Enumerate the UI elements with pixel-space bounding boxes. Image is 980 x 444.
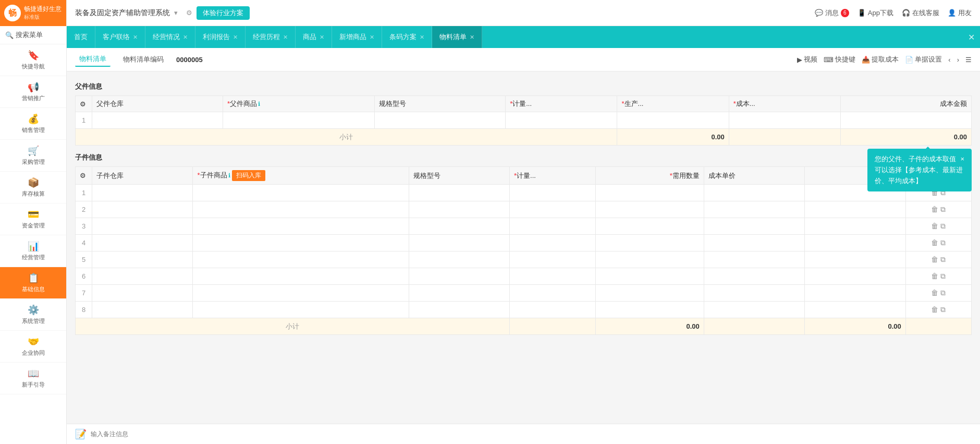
child-cell-unit-7[interactable]: [510, 285, 596, 302]
copy-icon-8[interactable]: ⧉: [940, 305, 946, 314]
child-cell-unitcost-2[interactable]: [704, 201, 804, 218]
sidebar-item-finance[interactable]: 💳 资金管理: [0, 203, 66, 235]
tab-barcode-close[interactable]: ✕: [420, 34, 424, 41]
child-cell-spec-7[interactable]: [409, 285, 509, 302]
child-cell-amount-3[interactable]: [805, 218, 905, 235]
child-cell-amount-2[interactable]: [805, 201, 905, 218]
sidebar-item-guide[interactable]: 📖 新手引导: [0, 363, 66, 394]
tab-barcode[interactable]: 条码方案 ✕: [382, 26, 432, 48]
child-cell-spec-3[interactable]: [409, 218, 509, 235]
note-input[interactable]: [91, 430, 972, 438]
tab-product[interactable]: 商品 ✕: [296, 26, 332, 48]
child-cell-qty-7[interactable]: [596, 285, 704, 302]
tab-history[interactable]: 经营历程 ✕: [246, 26, 296, 48]
sidebar-item-purchase[interactable]: 🛒 采购管理: [0, 140, 66, 172]
child-cell-unit-2[interactable]: [510, 201, 596, 218]
parent-cell-unit[interactable]: [506, 112, 617, 129]
app-download-button[interactable]: 📱 App下载: [858, 8, 893, 18]
child-cell-warehouse-3[interactable]: [92, 218, 193, 235]
grid-view-button[interactable]: ☰: [965, 56, 972, 64]
child-cell-qty-2[interactable]: [596, 201, 704, 218]
sidebar-item-marketing[interactable]: 📢 营销推广: [0, 76, 66, 108]
delete-icon-3[interactable]: 🗑: [931, 222, 938, 231]
child-cell-warehouse-1[interactable]: [92, 185, 193, 201]
sidebar-item-system[interactable]: ⚙️ 系统管理: [0, 299, 66, 331]
sidebar-search[interactable]: 🔍 搜索菜单: [0, 26, 66, 44]
child-cell-amount-5[interactable]: [805, 251, 905, 268]
child-cell-product-2[interactable]: [193, 201, 409, 218]
tab-operations-close[interactable]: ✕: [183, 34, 188, 41]
child-cell-unit-8[interactable]: [510, 302, 596, 318]
child-cell-warehouse-6[interactable]: [92, 268, 193, 285]
copy-icon-5[interactable]: ⧉: [940, 255, 946, 264]
child-cell-spec-8[interactable]: [409, 302, 509, 318]
child-cell-spec-4[interactable]: [409, 235, 509, 251]
sidebar-item-quicknav[interactable]: 🔖 快捷导航: [0, 44, 66, 76]
child-cell-qty-3[interactable]: [596, 218, 704, 235]
child-cell-unit-3[interactable]: [510, 218, 596, 235]
copy-icon-4[interactable]: ⧉: [940, 238, 946, 247]
child-cell-amount-7[interactable]: [805, 285, 905, 302]
delete-icon-5[interactable]: 🗑: [931, 255, 938, 264]
sidebar-item-basicinfo[interactable]: 📋 基础信息: [0, 267, 66, 299]
view-button[interactable]: ▶ 视频: [797, 55, 817, 64]
child-cell-unitcost-4[interactable]: [704, 235, 804, 251]
parent-cell-produce[interactable]: [617, 112, 729, 129]
sidebar-item-inventory[interactable]: 📦 库存核算: [0, 172, 66, 203]
single-settings-button[interactable]: 📄 单据设置: [905, 55, 942, 64]
child-cell-qty-8[interactable]: [596, 302, 704, 318]
tab-operations[interactable]: 经营情况 ✕: [145, 26, 195, 48]
child-cell-product-7[interactable]: [193, 285, 409, 302]
tab-profit-close[interactable]: ✕: [233, 34, 238, 41]
dropdown-icon[interactable]: ▾: [174, 9, 178, 17]
child-cell-qty-5[interactable]: [596, 251, 704, 268]
close-all-tabs[interactable]: ✕: [963, 32, 980, 42]
delete-icon-4[interactable]: 🗑: [931, 238, 938, 247]
copy-icon-7[interactable]: ⧉: [940, 289, 946, 297]
child-cell-product-1[interactable]: [193, 185, 409, 201]
online-service-button[interactable]: 🎧 在线客服: [902, 8, 939, 18]
tab-home[interactable]: 首页: [67, 26, 95, 48]
tab-bom[interactable]: 物料清单 ✕: [432, 26, 482, 48]
child-cell-unit-1[interactable]: [510, 185, 596, 201]
tab-product-close[interactable]: ✕: [320, 34, 324, 41]
child-cell-amount-6[interactable]: [805, 268, 905, 285]
parent-cell-spec[interactable]: [375, 112, 506, 129]
child-col-settings[interactable]: ⚙: [76, 167, 92, 185]
child-cell-unitcost-3[interactable]: [704, 218, 804, 235]
child-cell-spec-1[interactable]: [409, 185, 509, 201]
prev-button[interactable]: ‹: [948, 56, 950, 64]
child-cell-unit-5[interactable]: [510, 251, 596, 268]
trial-button[interactable]: 体验行业方案: [197, 6, 250, 20]
child-cell-warehouse-8[interactable]: [92, 302, 193, 318]
child-cell-spec-5[interactable]: [409, 251, 509, 268]
child-cell-unitcost-6[interactable]: [704, 268, 804, 285]
tab-newproduct-close[interactable]: ✕: [370, 34, 374, 41]
child-cell-warehouse-7[interactable]: [92, 285, 193, 302]
tab-newproduct[interactable]: 新增商品 ✕: [332, 26, 382, 48]
tab-customer-close[interactable]: ✕: [133, 34, 138, 41]
child-cell-unitcost-8[interactable]: [704, 302, 804, 318]
delete-icon-6[interactable]: 🗑: [931, 272, 938, 281]
copy-icon-2[interactable]: ⧉: [940, 205, 946, 214]
child-cell-product-3[interactable]: [193, 218, 409, 235]
extract-cost-button[interactable]: 📥 提取成本: [862, 55, 899, 64]
child-cell-product-6[interactable]: [193, 268, 409, 285]
tab-profit[interactable]: 利润报告 ✕: [195, 26, 246, 48]
child-cell-product-8[interactable]: [193, 302, 409, 318]
child-cell-amount-4[interactable]: [805, 235, 905, 251]
message-button[interactable]: 💬 消息 6: [815, 8, 849, 18]
child-cell-spec-2[interactable]: [409, 201, 509, 218]
copy-icon-6[interactable]: ⧉: [940, 272, 946, 281]
child-cell-warehouse-2[interactable]: [92, 201, 193, 218]
child-cell-qty-1[interactable]: [596, 185, 704, 201]
child-cell-unit-6[interactable]: [510, 268, 596, 285]
child-cell-amount-8[interactable]: [805, 302, 905, 318]
child-cell-unitcost-7[interactable]: [704, 285, 804, 302]
shortcut-button[interactable]: ⌨ 快捷键: [824, 55, 855, 64]
sidebar-item-operations[interactable]: 📊 经营管理: [0, 235, 66, 267]
parent-cell-cost[interactable]: [729, 112, 840, 129]
tooltip-close-button[interactable]: ×: [960, 154, 964, 165]
parent-cell-amount[interactable]: [840, 112, 971, 129]
copy-icon-3[interactable]: ⧉: [940, 222, 946, 231]
